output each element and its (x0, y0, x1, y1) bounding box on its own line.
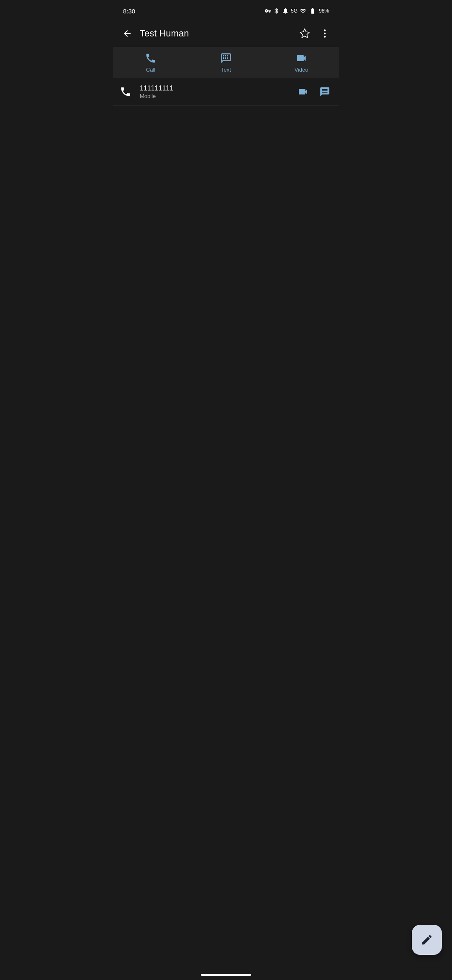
contact-phone-number: 111111111 (140, 85, 295, 92)
video-call-icon (298, 86, 308, 97)
bluetooth-icon (273, 8, 280, 14)
signal-icon (300, 8, 306, 14)
svg-point-2 (324, 33, 326, 34)
call-label: Call (146, 67, 155, 73)
vpn-key-icon (265, 8, 271, 14)
more-options-button[interactable] (316, 24, 334, 43)
svg-point-1 (324, 29, 326, 31)
action-row: Call Text Video (113, 47, 339, 78)
call-icon (145, 52, 157, 64)
video-icon (295, 52, 307, 64)
message-icon (319, 86, 330, 97)
status-time: 8:30 (123, 8, 135, 15)
favorite-button[interactable] (295, 24, 314, 43)
more-vert-icon (319, 28, 330, 39)
contact-video-call-button[interactable] (295, 84, 311, 99)
contact-message-button[interactable] (317, 84, 332, 99)
notifications-off-icon (282, 8, 289, 14)
battery-percent: 98% (319, 8, 329, 14)
battery-icon (308, 8, 317, 14)
back-button[interactable] (118, 24, 136, 43)
svg-point-3 (324, 36, 326, 37)
back-arrow-icon (122, 28, 132, 39)
phone-icon (120, 86, 131, 98)
video-label: Video (294, 67, 308, 73)
video-action[interactable]: Video (264, 52, 339, 73)
app-bar-actions (295, 24, 334, 43)
svg-marker-0 (300, 29, 309, 38)
nav-indicator (201, 974, 251, 976)
contact-name-title: Test Human (140, 28, 295, 39)
network-type: 5G (291, 8, 298, 14)
call-action[interactable]: Call (113, 52, 188, 73)
contact-phone-type: Mobile (140, 93, 295, 99)
app-bar: Test Human (113, 20, 339, 47)
contact-info: 111111111 Mobile (140, 85, 295, 99)
status-icons: 5G 98% (265, 8, 329, 14)
text-icon (220, 52, 232, 64)
text-action[interactable]: Text (188, 52, 264, 73)
star-icon (299, 28, 310, 39)
contact-phone-row: 111111111 Mobile (113, 78, 339, 106)
status-bar: 8:30 5G 98% (113, 0, 339, 20)
main-content (113, 106, 339, 524)
text-label: Text (221, 67, 231, 73)
contact-row-actions (295, 84, 332, 99)
